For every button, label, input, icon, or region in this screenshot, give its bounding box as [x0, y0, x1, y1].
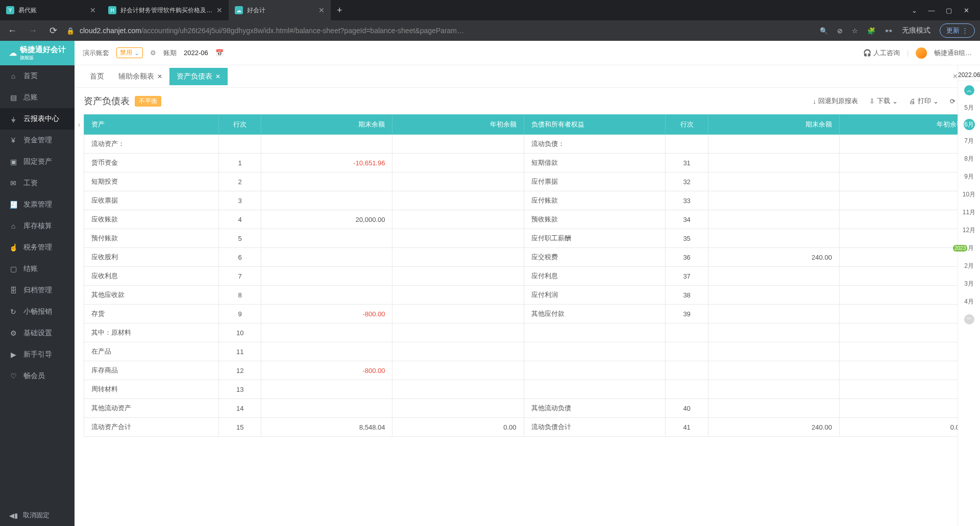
sidebar-item-14[interactable]: ♡畅会员 [0, 365, 75, 387]
close-icon[interactable]: ✕ [157, 73, 162, 80]
table-row[interactable]: 其他应收款8应付利润38 [84, 286, 971, 305]
table-row[interactable]: 短期投资2应付票据32 [84, 172, 971, 191]
table-row[interactable]: 周转材料13 [84, 380, 971, 399]
maximize-icon[interactable]: ▢ [945, 7, 952, 14]
download-button[interactable]: ⇩ 下载 ⌄ [869, 96, 898, 106]
address-bar[interactable]: 🔒 cloud2.chanjet.com/accounting/uh26t264… [66, 27, 814, 35]
avatar[interactable] [916, 47, 927, 59]
forward-icon[interactable]: → [26, 26, 40, 36]
cell-asset-name: 应收股利 [84, 248, 219, 267]
rail-month-4月[interactable]: 4月 [958, 293, 980, 310]
browser-tab-1[interactable]: H 好会计财务管理软件购买价格及… ✕ [102, 0, 229, 20]
close-icon[interactable]: ✕ [215, 73, 220, 80]
sidebar-item-11[interactable]: ↻小畅报销 [0, 301, 75, 322]
table-row[interactable]: 应收股利6应交税费36240.00 [84, 248, 971, 267]
browser-tab-0[interactable]: Y 易代账 ✕ [0, 0, 102, 20]
rail-month-7月[interactable]: 7月 [958, 133, 980, 149]
back-icon[interactable]: ← [5, 26, 19, 36]
sidebar-item-6[interactable]: 🧾发票管理 [0, 194, 75, 215]
cell-seq2: 39 [666, 305, 708, 323]
sidebar-item-2[interactable]: ⏚云报表中心 [0, 108, 75, 130]
star-icon[interactable]: ☆ [852, 27, 858, 35]
rail-month-10月[interactable]: 10月 [958, 186, 980, 203]
sidebar-item-10[interactable]: 🗄归档管理 [0, 280, 75, 301]
cell-asset-name: 其他应收款 [84, 286, 219, 305]
sidebar-item-9[interactable]: ▢结账 [0, 258, 75, 280]
sidebar-item-12[interactable]: ⚙基础设置 [0, 322, 75, 344]
rail-month-9月[interactable]: 9月 [958, 168, 980, 185]
cell-begin2 [839, 399, 970, 418]
sidebar-item-13[interactable]: ▶新手引导 [0, 344, 75, 365]
new-tab-button[interactable]: + [331, 0, 349, 20]
table-row[interactable]: 其中：原材料10 [84, 323, 971, 342]
chevron-down-icon[interactable]: ⌄ [911, 7, 918, 14]
rail-down-icon[interactable]: ︾ [964, 314, 974, 324]
rail-month-label: 12月 [963, 223, 975, 237]
close-icon[interactable]: ✕ [318, 6, 325, 14]
sidebar-item-label: 基础设置 [23, 329, 52, 338]
scroll-left-icon[interactable]: ‹ [75, 119, 84, 130]
cell-begin [393, 286, 524, 305]
account-name[interactable]: 演示账套 [83, 48, 109, 58]
rollback-button[interactable]: ↓ 回退到原报表 [813, 96, 859, 106]
close-icon[interactable]: ✕ [90, 6, 96, 14]
close-icon[interactable]: ✕ [216, 6, 223, 14]
table-row[interactable]: 库存商品12-800.00 [84, 361, 971, 380]
sidebar-item-1[interactable]: ▤总账 [0, 87, 75, 108]
table-row[interactable]: 应收账款420,000.00预收账款34 [84, 210, 971, 229]
rail-month-8月[interactable]: 8月 [958, 151, 980, 167]
table-row[interactable]: 流动资产合计158,548.040.00流动负债合计41240.000.00 [84, 418, 971, 437]
table-row[interactable]: 在产品11 [84, 342, 971, 361]
rail-month-11月[interactable]: 11月 [958, 204, 980, 221]
sidebar-item-label: 发票管理 [23, 200, 52, 209]
sidebar-item-3[interactable]: ¥资金管理 [0, 130, 75, 151]
browser-tab-2[interactable]: ☁ 好会计 ✕ [229, 0, 331, 20]
table-row[interactable]: 存货9-800.00其他应付款39 [84, 305, 971, 323]
cell-begin [393, 135, 524, 154]
calendar-icon[interactable]: 📅 [215, 49, 224, 57]
table-row[interactable]: 货币资金1-10,651.96短期借款31 [84, 154, 971, 172]
rail-month-12月[interactable]: 12月 [958, 222, 980, 239]
rail-month-1月[interactable]: 1月2023 [958, 240, 980, 257]
support-button[interactable]: 🎧 人工咨询 [863, 48, 900, 58]
table-row[interactable]: 流动资产：流动负债： [84, 135, 971, 154]
table-row[interactable]: 应收票据3应付账款33 [84, 191, 971, 210]
period-value[interactable]: 2022-06 [184, 49, 208, 57]
print-button[interactable]: 🖨 打印 ⌄ [909, 96, 939, 106]
update-button[interactable]: 更新 ⋮ [940, 23, 975, 38]
table-row[interactable]: 其他流动资产14其他流动负债40 [84, 399, 971, 418]
table-row[interactable]: 预付账款5应付职工薪酬35 [84, 229, 971, 248]
brand-logo[interactable]: ☁ 畅捷通好会计 旗舰版 [0, 41, 75, 65]
disable-dropdown[interactable]: 禁用⌄ [116, 47, 143, 58]
username[interactable]: 畅捷通B组… [934, 48, 972, 58]
tab-aux-balance[interactable]: 辅助余额表 ✕ [111, 68, 169, 85]
sidebar-item-4[interactable]: ▣固定资产 [0, 151, 75, 172]
cell-seq2: 32 [666, 172, 708, 191]
table-row[interactable]: 应收利息7应付利息37 [84, 267, 971, 286]
tab-home[interactable]: 首页 [83, 68, 111, 85]
sidebar-item-0[interactable]: ⌂首页 [0, 65, 75, 87]
rail-month-label: 10月 [963, 188, 975, 202]
rail-up-icon[interactable]: ︽ [964, 85, 974, 95]
sidebar-collapse-button[interactable]: ◀▮ 取消固定 [0, 505, 75, 526]
sidebar-item-7[interactable]: ⌂库存核算 [0, 215, 75, 237]
rail-month-3月[interactable]: 3月 [958, 275, 980, 292]
rail-month-2月[interactable]: 2月 [958, 258, 980, 274]
cell-liab-name: 短期借款 [524, 154, 666, 172]
rail-month-5月[interactable]: 5月 [958, 99, 980, 116]
cell-seq2: 38 [666, 286, 708, 305]
sidebar-item-5[interactable]: ✉工资 [0, 172, 75, 194]
reload-icon[interactable]: ⟳ [46, 25, 60, 36]
th-seq: 行次 [219, 115, 261, 135]
rail-month-6月[interactable]: 6月 [958, 117, 980, 132]
gear-icon[interactable]: ⚙ [150, 49, 156, 57]
tab-balance-sheet[interactable]: 资产负债表 ✕ [169, 68, 228, 85]
zoom-icon[interactable]: 🔍 [820, 27, 828, 35]
rail-year[interactable]: 2022.06 [958, 69, 980, 81]
sidebar-item-label: 首页 [23, 71, 38, 81]
sidebar-item-8[interactable]: ☝税务管理 [0, 237, 75, 258]
close-window-icon[interactable]: ✕ [963, 7, 970, 14]
puzzle-icon[interactable]: 🧩 [867, 27, 875, 35]
minimize-icon[interactable]: — [928, 7, 935, 14]
extensions-icon[interactable]: ⊘ [837, 27, 843, 35]
